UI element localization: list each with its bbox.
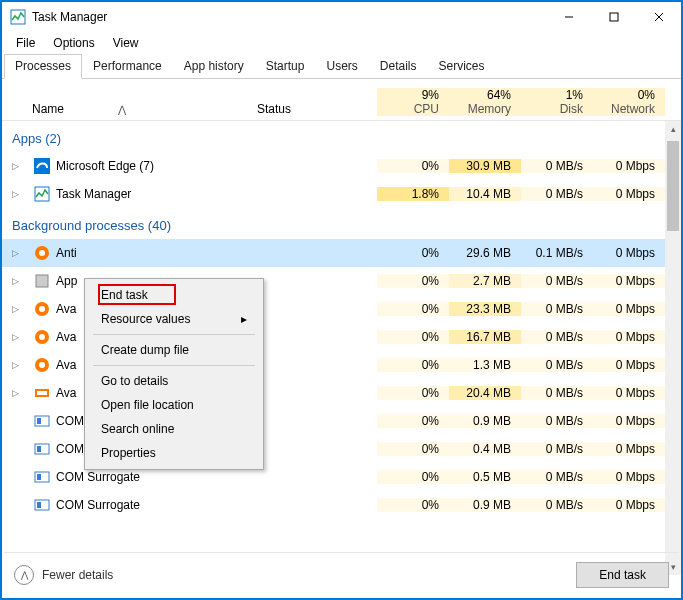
svg-rect-23: [37, 474, 41, 480]
chevron-up-icon: ⋀: [14, 565, 34, 585]
column-disk[interactable]: 1% Disk: [521, 88, 593, 116]
process-icon: [34, 158, 50, 174]
memory-value: 30.9 MB: [449, 159, 521, 173]
minimize-button[interactable]: [546, 3, 591, 31]
column-memory[interactable]: 64% Memory: [449, 88, 521, 116]
disk-value: 0 MB/s: [521, 302, 593, 316]
process-name: Ava: [56, 330, 76, 344]
column-name[interactable]: ⋀ Name: [28, 102, 257, 116]
context-menu-item[interactable]: Search online: [87, 417, 261, 441]
vertical-scrollbar[interactable]: ▴ ▾: [665, 121, 681, 575]
disk-value: 0 MB/s: [521, 358, 593, 372]
tab-details[interactable]: Details: [369, 54, 428, 78]
column-network[interactable]: 0% Network: [593, 88, 665, 116]
footer: ⋀ Fewer details End task: [4, 552, 679, 596]
column-name-label: Name: [32, 102, 64, 116]
context-menu-item[interactable]: Properties: [87, 441, 261, 465]
close-button[interactable]: [636, 3, 681, 31]
memory-value: 10.4 MB: [449, 187, 521, 201]
process-icon: [34, 245, 50, 261]
context-menu-item[interactable]: Create dump file: [87, 338, 261, 362]
disk-value: 0 MB/s: [521, 159, 593, 173]
process-icon: [34, 301, 50, 317]
tab-app-history[interactable]: App history: [173, 54, 255, 78]
svg-rect-25: [37, 502, 41, 508]
tab-performance[interactable]: Performance: [82, 54, 173, 78]
task-manager-icon: [10, 9, 26, 25]
svg-rect-17: [37, 391, 47, 395]
disk-value: 0 MB/s: [521, 470, 593, 484]
expand-icon[interactable]: ▷: [2, 360, 28, 370]
process-name: COM Surrogate: [56, 498, 140, 512]
context-menu-item[interactable]: Go to details: [87, 369, 261, 393]
tab-processes[interactable]: Processes: [4, 54, 82, 79]
process-row[interactable]: ▷ Task Manager 1.8% 10.4 MB 0 MB/s 0 Mbp…: [2, 180, 681, 208]
context-menu-item[interactable]: End task: [87, 283, 261, 307]
context-menu: End taskResource values▸Create dump file…: [84, 278, 264, 470]
process-icon: [34, 385, 50, 401]
network-value: 0 Mbps: [593, 187, 665, 201]
expand-icon[interactable]: ▷: [2, 332, 28, 342]
submenu-arrow-icon: ▸: [241, 312, 247, 326]
expand-icon[interactable]: ▷: [2, 161, 28, 171]
process-icon: [34, 329, 50, 345]
tabstrip: Processes Performance App history Startu…: [2, 54, 681, 79]
network-value: 0 Mbps: [593, 246, 665, 260]
column-status[interactable]: Status: [257, 102, 377, 116]
process-icon: [34, 413, 50, 429]
network-value: 0 Mbps: [593, 274, 665, 288]
expand-icon[interactable]: ▷: [2, 248, 28, 258]
cpu-value: 1.8%: [377, 187, 449, 201]
cpu-value: 0%: [377, 442, 449, 456]
cpu-value: 0%: [377, 358, 449, 372]
disk-value: 0 MB/s: [521, 442, 593, 456]
disk-value: 0 MB/s: [521, 386, 593, 400]
process-icon: [34, 441, 50, 457]
end-task-button[interactable]: End task: [576, 562, 669, 588]
context-menu-item[interactable]: Open file location: [87, 393, 261, 417]
process-row[interactable]: ▷ Anti 0% 29.6 MB 0.1 MB/s 0 Mbps: [2, 239, 681, 267]
tab-startup[interactable]: Startup: [255, 54, 316, 78]
process-name: App: [56, 274, 77, 288]
expand-icon[interactable]: ▷: [2, 276, 28, 286]
expand-icon[interactable]: ▷: [2, 304, 28, 314]
cpu-value: 0%: [377, 386, 449, 400]
svg-rect-19: [37, 418, 41, 424]
expand-icon[interactable]: ▷: [2, 388, 28, 398]
disk-value: 0 MB/s: [521, 414, 593, 428]
process-name: Microsoft Edge (7): [56, 159, 154, 173]
cpu-value: 0%: [377, 470, 449, 484]
maximize-button[interactable]: [591, 3, 636, 31]
tab-users[interactable]: Users: [315, 54, 368, 78]
memory-value: 0.4 MB: [449, 442, 521, 456]
network-value: 0 Mbps: [593, 358, 665, 372]
process-row[interactable]: ▷ Microsoft Edge (7) 0% 30.9 MB 0 MB/s 0…: [2, 152, 681, 180]
menu-options[interactable]: Options: [45, 34, 102, 52]
expand-icon[interactable]: ▷: [2, 189, 28, 199]
process-row[interactable]: COM Surrogate 0% 0.9 MB 0 MB/s 0 Mbps: [2, 491, 681, 519]
network-value: 0 Mbps: [593, 470, 665, 484]
tab-services[interactable]: Services: [428, 54, 496, 78]
svg-rect-2: [610, 13, 618, 21]
svg-point-8: [39, 250, 45, 256]
network-value: 0 Mbps: [593, 386, 665, 400]
menu-view[interactable]: View: [105, 34, 147, 52]
context-menu-item[interactable]: Resource values▸: [87, 307, 261, 331]
window-controls: [546, 3, 681, 31]
column-cpu[interactable]: 9% CPU: [377, 88, 449, 116]
process-icon: [34, 273, 50, 289]
memory-value: 20.4 MB: [449, 386, 521, 400]
network-value: 0 Mbps: [593, 498, 665, 512]
fewer-details-button[interactable]: ⋀ Fewer details: [14, 565, 113, 585]
network-value: 0 Mbps: [593, 302, 665, 316]
process-icon: [34, 497, 50, 513]
menubar: File Options View: [2, 32, 681, 54]
process-name: Ava: [56, 358, 76, 372]
network-value: 0 Mbps: [593, 442, 665, 456]
cpu-value: 0%: [377, 414, 449, 428]
menu-file[interactable]: File: [8, 34, 43, 52]
group-apps: Apps (2): [2, 121, 681, 152]
menu-separator: [93, 334, 255, 335]
scroll-up-icon[interactable]: ▴: [665, 121, 681, 137]
scroll-thumb[interactable]: [667, 141, 679, 231]
